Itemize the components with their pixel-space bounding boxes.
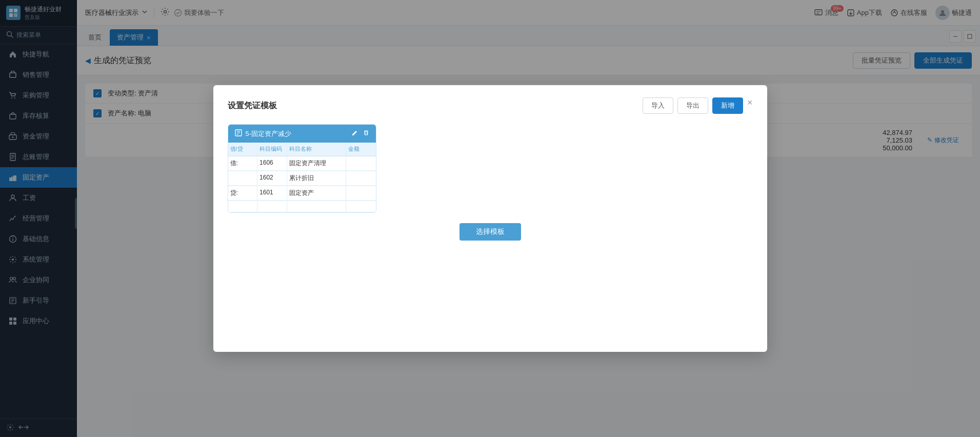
template-card-id-name: 5-固定资产减少: [246, 129, 292, 138]
dialog-header: 设置凭证模板 导入 导出 新增 ×: [228, 97, 753, 114]
template-edit-icon[interactable]: [351, 129, 358, 138]
template-entry-row-empty: [228, 201, 376, 212]
entry2-type: [228, 171, 258, 186]
template-card-actions: [351, 129, 370, 138]
dialog-toolbar: 导入 导出 新增 ×: [643, 97, 753, 114]
entry1-amount: [346, 156, 376, 171]
template-grid-row2: 1602 累计折旧: [228, 171, 376, 186]
template-entry-row-1: 借: 1606 固定资产清理: [228, 156, 376, 171]
import-button[interactable]: 导入: [643, 97, 673, 114]
set-template-dialog: 设置凭证模板 导入 导出 新增 × 5-固定资产减少: [213, 85, 767, 352]
empty-type: [228, 201, 258, 212]
template-entry-row-2: 1602 累计折旧: [228, 171, 376, 186]
entry1-type: 借:: [228, 156, 258, 171]
template-card-body: 借/贷 科目编码 科目名称 金额 借: 1606 固定资产清理: [228, 143, 376, 212]
template-grid-row-empty: [228, 201, 376, 212]
dialog-title: 设置凭证模板: [228, 101, 277, 111]
empty-amount: [346, 201, 376, 212]
export-button[interactable]: 导出: [677, 97, 708, 114]
grid-col-code: 科目编码: [257, 143, 287, 156]
template-card-icon: [234, 129, 243, 138]
select-template-button[interactable]: 选择模板: [459, 223, 521, 241]
grid-col-account: 科目名称: [287, 143, 346, 156]
template-id: 5-: [246, 130, 252, 137]
entry1-account: 固定资产清理: [287, 156, 346, 171]
entry3-account: 固定资产: [287, 186, 346, 201]
entry2-code: 1602: [257, 171, 287, 186]
template-entry-row-3: 贷: 1601 固定资产: [228, 186, 376, 201]
grid-col-type: 借/贷: [228, 143, 258, 156]
entry3-amount: [346, 186, 376, 201]
entry3-type: 贷:: [228, 186, 258, 201]
modal-overlay: 设置凭证模板 导入 导出 新增 × 5-固定资产减少: [0, 0, 980, 437]
template-card: 5-固定资产减少 借/贷 科目编码 科目名称: [228, 124, 376, 213]
template-card-header: 5-固定资产减少: [228, 125, 376, 143]
new-button[interactable]: 新增: [712, 97, 743, 114]
entry2-amount: [346, 171, 376, 186]
template-grid-header: 借/贷 科目编码 科目名称 金额: [228, 143, 376, 156]
entry2-account: 累计折旧: [287, 171, 346, 186]
empty-account: [287, 201, 346, 212]
dialog-close-button[interactable]: ×: [747, 97, 753, 114]
template-delete-icon[interactable]: [363, 129, 370, 138]
entry3-code: 1601: [257, 186, 287, 201]
template-card-title-group: 5-固定资产减少: [234, 129, 292, 138]
grid-col-amount: 金额: [346, 143, 376, 156]
empty-code: [257, 201, 287, 212]
template-grid-row1: 借: 1606 固定资产清理: [228, 156, 376, 171]
template-grid-row3: 贷: 1601 固定资产: [228, 186, 376, 201]
template-name: 固定资产减少: [251, 130, 291, 137]
entry1-code: 1606: [257, 156, 287, 171]
select-template-section: 选择模板: [228, 223, 753, 241]
